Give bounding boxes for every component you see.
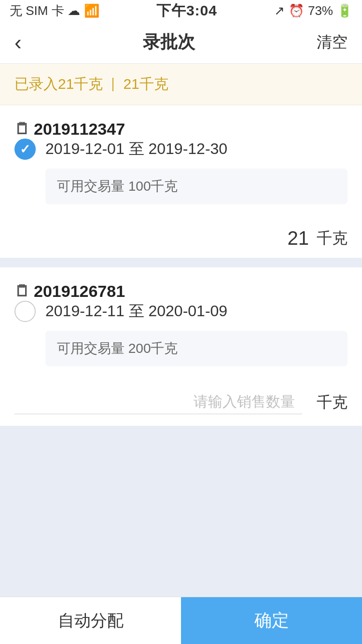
batch-2-date: 2019-12-11 至 2020-01-09 — [45, 301, 227, 322]
batch-2-qty-input[interactable] — [157, 391, 302, 411]
batch-1-value: 21 — [288, 227, 309, 249]
batch-1-id: 🗒 2019112347 — [14, 120, 348, 139]
total-qty: 21千克 — [123, 74, 168, 94]
batch-1-card: 🗒 2019112347 ✓ 2019-12-01 至 2019-12-30 可… — [0, 105, 362, 258]
batch-2-item: 🗒 2019126781 2019-12-11 至 2020-01-09 可用交… — [0, 267, 362, 381]
batch-2-unit: 千克 — [317, 392, 348, 413]
bottom-bar: 自动分配 确定 — [0, 597, 362, 644]
radio-checkmark: ✓ — [20, 142, 30, 157]
batch-1-item: 🗒 2019112347 ✓ 2019-12-01 至 2019-12-30 可… — [0, 105, 362, 219]
batch-2-id: 🗒 2019126781 — [14, 282, 348, 301]
info-banner: 已录入21千克 21千克 — [0, 64, 362, 105]
battery-icon: 🔋 — [337, 3, 352, 18]
batch-2-date-row: 2019-12-11 至 2020-01-09 — [14, 301, 348, 322]
batch-separator — [0, 258, 362, 267]
page-title: 录批次 — [143, 30, 195, 54]
back-button[interactable]: ‹ — [14, 32, 22, 53]
content-area: 已录入21千克 21千克 🗒 2019112347 ✓ 2019-12-01 至… — [0, 64, 362, 644]
batch-1-radio[interactable]: ✓ — [14, 139, 36, 160]
batch-2-radio[interactable] — [14, 301, 36, 322]
batch-1-unit: 千克 — [317, 228, 348, 249]
batch-1-date-row: ✓ 2019-12-01 至 2019-12-30 — [14, 139, 348, 160]
batch-1-date: 2019-12-01 至 2019-12-30 — [45, 139, 227, 160]
status-left: 无 SIM 卡 ☁ 📶 — [10, 2, 99, 19]
batch-1-icon: 🗒 — [14, 120, 30, 138]
batch-2-available: 可用交易量 200千克 — [45, 331, 348, 366]
batch-2-qty-row: 千克 — [0, 381, 362, 426]
confirm-button[interactable]: 确定 — [181, 597, 362, 644]
status-time: 下午3:04 — [156, 1, 217, 21]
nav-bar: ‹ 录批次 清空 — [0, 21, 362, 64]
batch-2-card: 🗒 2019126781 2019-12-11 至 2020-01-09 可用交… — [0, 267, 362, 426]
location-icon: ↗ — [274, 3, 285, 18]
alarm-icon: ⏰ — [289, 3, 304, 18]
recorded-qty: 已录入21千克 — [14, 74, 103, 94]
sim-label: 无 SIM 卡 ☁ — [10, 2, 80, 19]
batch-2-icon: 🗒 — [14, 282, 30, 300]
status-bar: 无 SIM 卡 ☁ 📶 下午3:04 ↗ ⏰ 73% 🔋 — [0, 0, 362, 21]
status-right: ↗ ⏰ 73% 🔋 — [274, 3, 352, 18]
banner-divider — [112, 78, 113, 91]
clear-button[interactable]: 清空 — [317, 32, 348, 53]
wifi-icon: 📶 — [84, 3, 99, 18]
batch-1-value-row: 21 千克 — [0, 219, 362, 258]
battery-label: 73% — [308, 3, 333, 18]
auto-distribute-button[interactable]: 自动分配 — [0, 597, 181, 644]
batch-2-input-wrapper — [14, 391, 302, 414]
batch-1-available: 可用交易量 100千克 — [45, 168, 348, 204]
